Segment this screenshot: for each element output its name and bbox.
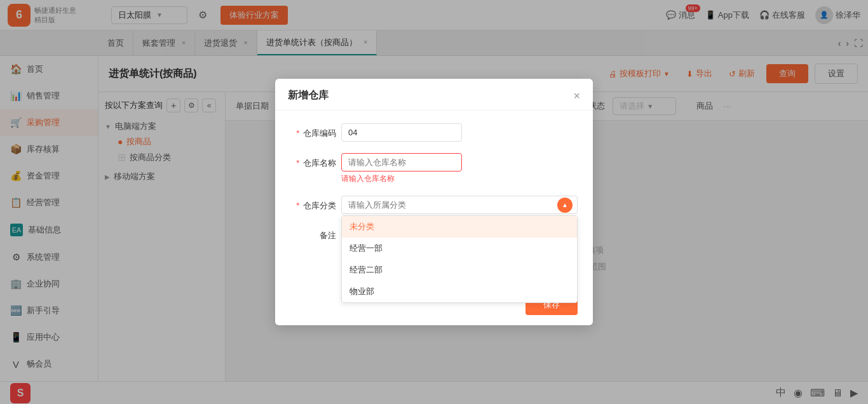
add-warehouse-modal: 新增仓库 × * 仓库编码 * 仓库名称 [275,79,593,325]
notes-label: 备注 [290,226,341,241]
category-wrapper: ▲ 未分类 经营一部 经营二部 物业部 [341,196,578,214]
category-input[interactable] [341,196,578,214]
dropdown-item-dept1[interactable]: 经营一部 [342,238,577,259]
dropdown-item-property[interactable]: 物业部 [342,281,577,302]
category-toggle-btn[interactable]: ▲ [557,198,573,213]
modal-body: * 仓库编码 * 仓库名称 请输入仓库名称 [275,111,593,287]
form-row-name: * 仓库名称 请输入仓库名称 [290,153,578,184]
category-dropdown: 未分类 经营一部 经营二部 物业部 [341,215,578,303]
name-label: * 仓库名称 [290,153,341,169]
form-row-category: * 仓库分类 ▲ 未分类 经营一部 经营二部 物业部 [290,196,578,214]
modal-overlay[interactable]: 新增仓库 × * 仓库编码 * 仓库名称 [0,0,868,404]
code-input[interactable] [341,123,462,142]
modal-header: 新增仓库 × [275,79,593,111]
code-label: * 仓库编码 [290,123,341,139]
code-input-wrapper [341,123,578,142]
form-row-code: * 仓库编码 [290,123,578,142]
modal-close-btn[interactable]: × [573,90,580,102]
dropdown-item-unclassified[interactable]: 未分类 [342,216,577,238]
category-label: * 仓库分类 [290,196,341,212]
dropdown-item-dept2[interactable]: 经营二部 [342,259,577,281]
name-input-wrapper: 请输入仓库名称 [341,153,578,184]
name-input[interactable] [341,153,462,172]
modal-title: 新增仓库 [288,89,329,102]
name-error-msg: 请输入仓库名称 [341,173,578,184]
